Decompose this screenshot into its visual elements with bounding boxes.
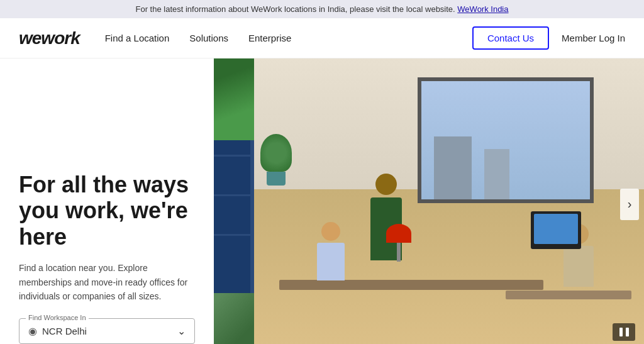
hero-next-button[interactable]: › <box>620 189 639 220</box>
nav-enterprise[interactable]: Enterprise <box>248 33 291 43</box>
hero-content-panel: For all the ways you work, we're here Fi… <box>0 58 214 344</box>
nav-right: Contact Us Member Log In <box>472 26 625 50</box>
pause-bar-2 <box>626 328 629 336</box>
office-desk-2 <box>506 291 631 299</box>
nav-links: Find a Location Solutions Enterprise <box>105 33 472 43</box>
office-lamp <box>386 224 411 262</box>
search-input-row: ◉ NCR Delhi ⌄ <box>28 325 186 337</box>
location-pin-icon: ◉ <box>28 325 37 337</box>
office-window <box>418 77 594 203</box>
banner-link[interactable]: WeWork India <box>457 4 508 14</box>
logo[interactable]: wework <box>19 28 80 48</box>
search-input-value: ◉ NCR Delhi <box>28 325 87 337</box>
hero-subtext: Find a location near you. Explore member… <box>19 261 195 303</box>
workspace-search-box[interactable]: Find Workspace In ◉ NCR Delhi ⌄ <box>19 318 195 344</box>
office-monitor <box>531 211 581 249</box>
info-banner: For the latest information about WeWork … <box>0 0 644 18</box>
pause-button[interactable] <box>613 323 635 341</box>
navbar: wework Find a Location Solutions Enterpr… <box>0 18 644 58</box>
nav-find-location[interactable]: Find a Location <box>105 33 170 43</box>
hero-headline: For all the ways you work, we're here <box>19 172 195 250</box>
hero-background-image <box>204 58 644 344</box>
pause-bar-1 <box>619 328 623 336</box>
office-plant <box>260 134 292 184</box>
office-desk-1 <box>279 280 543 290</box>
hero-section: For all the ways you work, we're here Fi… <box>0 58 644 344</box>
contact-us-button[interactable]: Contact Us <box>472 26 549 50</box>
banner-text: For the latest information about WeWork … <box>135 4 455 14</box>
chevron-down-icon[interactable]: ⌄ <box>177 325 186 337</box>
window-building-1 <box>434 136 472 199</box>
window-building-2 <box>484 149 509 199</box>
search-label: Find Workspace In <box>26 314 89 321</box>
nav-solutions[interactable]: Solutions <box>189 33 228 43</box>
pause-icon <box>619 328 629 336</box>
member-login-link[interactable]: Member Log In <box>562 33 625 43</box>
person-sitting-1 <box>317 222 345 280</box>
